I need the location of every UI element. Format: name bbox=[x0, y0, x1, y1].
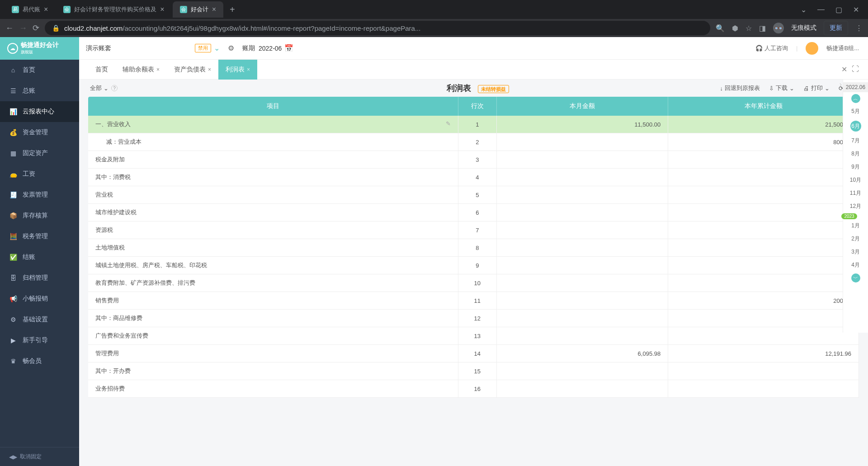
search-icon[interactable]: 🔍 bbox=[716, 24, 725, 33]
page-title: 利润表 未结转损益 bbox=[447, 83, 509, 94]
cell-name: 资源税 bbox=[88, 221, 458, 239]
sidebar-item-基础设置[interactable]: ⚙基础设置 bbox=[0, 309, 79, 330]
table-row[interactable]: 广告费和业务宣传费 13 bbox=[88, 327, 859, 345]
sidebar-item-结账[interactable]: ✅结账 bbox=[0, 247, 79, 268]
support-link[interactable]: 🎧 人工咨询 bbox=[755, 44, 788, 52]
close-window-icon[interactable]: ✕ bbox=[853, 5, 859, 14]
browser-tab-0[interactable]: 易 易代账 × bbox=[5, 1, 55, 18]
table-row[interactable]: 城镇土地使用税、房产税、车船税、印花税 9 bbox=[88, 257, 859, 274]
browser-tab-1[interactable]: 会 好会计财务管理软件购买价格及 × bbox=[56, 1, 171, 18]
scroll-down-icon[interactable]: ﹀ bbox=[851, 273, 860, 282]
table-row[interactable]: 一、营业收入✎ 1 11,500.00 21,500.00 bbox=[88, 116, 859, 133]
help-icon[interactable]: ? bbox=[111, 85, 118, 91]
table-row[interactable]: 营业税 5 bbox=[88, 186, 859, 204]
download-button[interactable]: ⇩ 下载 ⌄ bbox=[769, 84, 794, 92]
sidebar-label: 归档管理 bbox=[23, 274, 48, 282]
close-icon[interactable]: × bbox=[44, 5, 48, 14]
table-row[interactable]: 销售费用 11 200.00 bbox=[88, 292, 859, 310]
close-all-icon[interactable]: ✕ bbox=[841, 65, 847, 74]
table-row[interactable]: 业务招待费 16 bbox=[88, 380, 859, 398]
chevron-down-icon[interactable]: ⌄ bbox=[214, 44, 220, 52]
table-row[interactable]: 教育费附加、矿产资源补偿费、排污费 10 bbox=[88, 274, 859, 292]
cell-name: 其中：商品维修费 bbox=[88, 310, 458, 327]
print-button[interactable]: 🖨 打印 ⌄ bbox=[803, 84, 830, 92]
close-icon[interactable]: × bbox=[212, 5, 216, 14]
table-row[interactable]: 城市维护建设税 6 bbox=[88, 204, 859, 221]
url-input[interactable]: 🔒 cloud2.chanjet.com/accounting/uh26t264… bbox=[45, 21, 710, 35]
sidebar-item-发票管理[interactable]: 🧾发票管理 bbox=[0, 184, 79, 205]
scroll-up-icon[interactable]: ︿ bbox=[851, 94, 860, 103]
sidebar-item-畅会员[interactable]: ♛畅会员 bbox=[0, 351, 79, 372]
cancel-pin-button[interactable]: ◀▶ 取消固定 bbox=[0, 447, 79, 466]
panel-icon[interactable]: ◨ bbox=[759, 24, 766, 33]
revert-button[interactable]: ↓ 回退到原报表 bbox=[720, 84, 760, 92]
close-icon[interactable]: × bbox=[156, 66, 160, 73]
sidebar-item-小畅报销[interactable]: 📢小畅报销 bbox=[0, 288, 79, 309]
table-row[interactable]: 其中：商品维修费 12 bbox=[88, 310, 859, 327]
new-tab-button[interactable]: + bbox=[224, 5, 241, 15]
sidebar-item-库存核算[interactable]: 📦库存核算 bbox=[0, 205, 79, 226]
table-row[interactable]: 其中：消费税 4 bbox=[88, 169, 859, 186]
maximize-icon[interactable]: ▢ bbox=[835, 5, 842, 14]
scroll-right-icon[interactable]: › bbox=[840, 80, 842, 89]
sidebar-item-首页[interactable]: ⌂首页 bbox=[0, 60, 79, 80]
edit-icon[interactable]: ✎ bbox=[446, 120, 451, 127]
tab-辅助余额表[interactable]: 辅助余额表× bbox=[115, 60, 167, 80]
menu-icon[interactable]: ⋮ bbox=[855, 24, 863, 33]
sidebar-item-资金管理[interactable]: 💰资金管理 bbox=[0, 122, 79, 143]
gear-icon[interactable]: ⚙ bbox=[228, 44, 234, 52]
sidebar-item-归档管理[interactable]: 🗄归档管理 bbox=[0, 268, 79, 288]
star-icon[interactable]: ☆ bbox=[745, 24, 752, 33]
close-icon[interactable]: × bbox=[208, 66, 211, 73]
sidebar-label: 结账 bbox=[23, 253, 35, 261]
month-item[interactable]: 10月 bbox=[843, 174, 868, 187]
month-item[interactable]: 2月 bbox=[843, 232, 868, 245]
sidebar-item-云报表中心[interactable]: 📊云报表中心 bbox=[0, 101, 79, 122]
account-selector[interactable]: 演示账套 bbox=[86, 44, 111, 52]
cell-name: 其中：消费税 bbox=[88, 169, 458, 186]
cell-month bbox=[496, 204, 668, 221]
logo[interactable]: ☁ 畅捷通好会计 旗舰版 bbox=[0, 37, 79, 60]
sidebar-item-总账[interactable]: ☰总账 bbox=[0, 80, 79, 101]
update-button[interactable]: 更新 bbox=[824, 21, 848, 35]
close-icon[interactable]: × bbox=[160, 5, 164, 14]
month-item[interactable]: 5月 bbox=[843, 105, 868, 118]
table-row[interactable]: 管理费用 14 6,095.98 12,191.96 bbox=[88, 345, 859, 362]
table-row[interactable]: 税金及附加 3 bbox=[88, 151, 859, 169]
sidebar-item-税务管理[interactable]: 🧮税务管理 bbox=[0, 226, 79, 247]
reload-icon[interactable]: ⟳ bbox=[33, 23, 39, 33]
calendar-icon[interactable]: 📅 bbox=[284, 44, 293, 52]
username[interactable]: 畅捷通B组... bbox=[826, 44, 859, 52]
extension-icon[interactable]: ⬢ bbox=[732, 24, 738, 33]
month-item[interactable]: 9月 bbox=[843, 160, 868, 174]
table-row[interactable]: 土地增值税 8 bbox=[88, 239, 859, 257]
table-row[interactable]: 其中：开办费 15 bbox=[88, 362, 859, 380]
month-item[interactable]: 12月 bbox=[843, 200, 868, 213]
month-item[interactable]: 4月 bbox=[843, 259, 868, 272]
tab-首页[interactable]: 首页 bbox=[88, 60, 115, 80]
back-icon[interactable]: ← bbox=[5, 24, 14, 33]
avatar[interactable] bbox=[806, 42, 818, 55]
month-item[interactable]: 8月 bbox=[843, 147, 868, 160]
month-item[interactable]: 3月 bbox=[843, 245, 868, 259]
period-value[interactable]: 2022-06 bbox=[259, 45, 282, 52]
month-item[interactable]: 7月 bbox=[843, 134, 868, 147]
tab-资产负债表[interactable]: 资产负债表× bbox=[167, 60, 218, 80]
sidebar-item-新手引导[interactable]: ▶新手引导 bbox=[0, 330, 79, 351]
forward-icon[interactable]: → bbox=[19, 24, 27, 33]
table-row[interactable]: 减：营业成本 2 800.00 bbox=[88, 133, 859, 151]
month-item[interactable]: 6月 bbox=[843, 118, 868, 134]
close-icon[interactable]: × bbox=[247, 66, 250, 73]
fullscreen-icon[interactable]: ⛶ bbox=[852, 65, 859, 74]
month-item[interactable]: 11月 bbox=[843, 187, 868, 200]
sidebar-item-工资[interactable]: 👝工资 bbox=[0, 164, 79, 184]
browser-tab-2[interactable]: 会 好会计 × bbox=[173, 1, 223, 18]
sidebar-icon: ☰ bbox=[9, 87, 17, 94]
filter-dropdown[interactable]: 全部 ⌄ bbox=[90, 84, 108, 92]
minimize-icon[interactable]: — bbox=[817, 5, 825, 14]
month-item[interactable]: 1月 bbox=[843, 219, 868, 232]
tab-利润表[interactable]: 利润表× bbox=[218, 60, 257, 80]
chevron-down-icon[interactable]: ⌄ bbox=[801, 5, 807, 14]
table-row[interactable]: 资源税 7 bbox=[88, 221, 859, 239]
sidebar-item-固定资产[interactable]: ▦固定资产 bbox=[0, 143, 79, 164]
